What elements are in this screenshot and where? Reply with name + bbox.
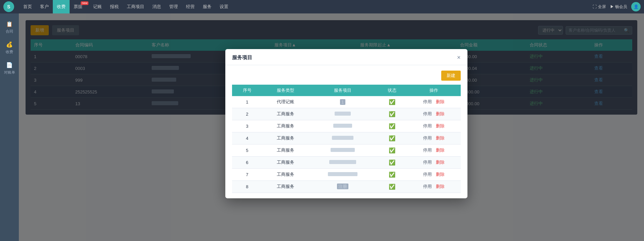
modal-close-button[interactable]: × bbox=[457, 54, 461, 61]
delete-button[interactable]: 删除 bbox=[436, 184, 445, 189]
svc-cell-type: 工商服务 bbox=[262, 180, 309, 193]
nav-tax[interactable]: 报税 bbox=[106, 0, 123, 13]
status-check-icon: ✅ bbox=[389, 171, 395, 177]
list-item: 7 工商服务 ✅ 停用 删除 bbox=[232, 168, 461, 180]
nav-settings[interactable]: 设置 bbox=[216, 0, 232, 13]
statement-icon: 📄 bbox=[6, 61, 13, 69]
service-modal: 服务项目 × 新建 序号 服务类型 服务项目 状态 操作 1 代理记账 1 ✅ … bbox=[225, 49, 467, 198]
nav-operation[interactable]: 经营 bbox=[182, 0, 199, 13]
svc-cell-no: 7 bbox=[232, 168, 263, 180]
svc-cell-item bbox=[309, 156, 377, 168]
svc-cell-action: 停用 删除 bbox=[407, 156, 461, 168]
svc-col-item: 服务项目 bbox=[309, 84, 377, 96]
list-item: 2 工商服务 ✅ 停用 删除 bbox=[232, 108, 461, 120]
list-item: 4 工商服务 ✅ 停用 删除 bbox=[232, 132, 461, 144]
svc-cell-action: 停用 删除 bbox=[407, 144, 461, 156]
list-item: 3 工商服务 ✅ 停用 删除 bbox=[232, 120, 461, 132]
svc-cell-item: 1 bbox=[309, 96, 377, 108]
svc-cell-action: 停用 删除 bbox=[407, 120, 461, 132]
svc-cell-status: ✅ bbox=[377, 96, 407, 108]
delete-button[interactable]: 删除 bbox=[436, 111, 445, 116]
right-actions: ⛶ 全屏 ▶ 畅会员 👤 bbox=[593, 2, 641, 11]
svc-cell-status: ✅ bbox=[377, 108, 407, 120]
nav-customer[interactable]: 客户 bbox=[36, 0, 53, 13]
sidebar-item-billing[interactable]: 💰 收费 bbox=[0, 37, 19, 58]
stop-button[interactable]: 停用 bbox=[423, 184, 432, 189]
app-logo: S bbox=[3, 1, 14, 12]
svc-cell-no: 8 bbox=[232, 180, 263, 193]
modal-new-button[interactable]: 新建 bbox=[441, 70, 461, 80]
svc-cell-type: 工商服务 bbox=[262, 144, 309, 156]
nav-home[interactable]: 首页 bbox=[19, 0, 36, 13]
list-item: 6 工商服务 ✅ 停用 删除 bbox=[232, 156, 461, 168]
delete-button[interactable]: 删除 bbox=[436, 135, 445, 140]
modal-header: 服务项目 × bbox=[225, 49, 467, 65]
nav-manage[interactable]: 管理 bbox=[165, 0, 182, 13]
status-check-icon: ✅ bbox=[389, 123, 395, 129]
contract-icon: 📋 bbox=[6, 20, 13, 28]
service-table: 序号 服务类型 服务项目 状态 操作 1 代理记账 1 ✅ 停用 删除 2 工商… bbox=[232, 84, 461, 193]
svc-col-type: 服务类型 bbox=[262, 84, 309, 96]
avatar[interactable]: 👤 bbox=[631, 2, 641, 11]
svc-cell-no: 5 bbox=[232, 144, 263, 156]
list-item: 5 工商服务 ✅ 停用 删除 bbox=[232, 144, 461, 156]
nav-message[interactable]: 消息 bbox=[148, 0, 165, 13]
new-badge: new bbox=[81, 1, 88, 5]
member-button[interactable]: ▶ 畅会员 bbox=[610, 4, 627, 10]
fullscreen-button[interactable]: ⛶ 全屏 bbox=[593, 4, 606, 10]
svc-col-action: 操作 bbox=[407, 84, 461, 96]
nav-invoice[interactable]: 票据 new bbox=[70, 0, 89, 13]
delete-button[interactable]: 删除 bbox=[436, 123, 445, 128]
svc-col-status: 状态 bbox=[377, 84, 407, 96]
sidebar-item-contract-label: 合同 bbox=[6, 29, 13, 34]
svc-cell-item bbox=[309, 108, 377, 120]
delete-button[interactable]: 删除 bbox=[436, 172, 445, 177]
svc-cell-no: 4 bbox=[232, 132, 263, 144]
nav-business[interactable]: 工商项目 bbox=[123, 0, 148, 13]
stop-button[interactable]: 停用 bbox=[423, 172, 432, 177]
svc-cell-status: ✅ bbox=[377, 144, 407, 156]
delete-button[interactable]: 删除 bbox=[436, 148, 445, 153]
nav-service[interactable]: 服务 bbox=[199, 0, 216, 13]
status-check-icon: ✅ bbox=[389, 111, 395, 117]
stop-button[interactable]: 停用 bbox=[423, 148, 432, 153]
sidebar-item-statement-label: 对账单 bbox=[4, 70, 15, 75]
top-navigation: S 首页 客户 收费 票据 new 记账 报税 工商项目 消息 管理 经营 服务… bbox=[0, 0, 644, 13]
svc-cell-no: 6 bbox=[232, 156, 263, 168]
svc-cell-no: 1 bbox=[232, 96, 263, 108]
sidebar-item-billing-label: 收费 bbox=[6, 49, 13, 54]
modal-toolbar: 新建 bbox=[232, 70, 461, 80]
svc-cell-action: 停用 删除 bbox=[407, 132, 461, 144]
svc-cell-item bbox=[309, 120, 377, 132]
billing-icon: 💰 bbox=[6, 41, 13, 48]
stop-button[interactable]: 停用 bbox=[423, 99, 432, 104]
status-check-icon: ✅ bbox=[389, 147, 395, 153]
stop-button[interactable]: 停用 bbox=[423, 111, 432, 116]
stop-button[interactable]: 停用 bbox=[423, 160, 432, 165]
svc-cell-action: 停用 删除 bbox=[407, 96, 461, 108]
svc-cell-status: ✅ bbox=[377, 168, 407, 180]
delete-button[interactable]: 删除 bbox=[436, 99, 445, 104]
modal-title: 服务项目 bbox=[232, 54, 252, 61]
svc-cell-item bbox=[309, 144, 377, 156]
nav-billing[interactable]: 收费 bbox=[53, 0, 70, 13]
svc-cell-type: 工商服务 bbox=[262, 132, 309, 144]
delete-button[interactable]: 删除 bbox=[436, 160, 445, 165]
sidebar-item-statement[interactable]: 📄 对账单 bbox=[0, 58, 19, 78]
sidebar-item-contract[interactable]: 📋 合同 bbox=[0, 17, 19, 37]
status-check-icon: ✅ bbox=[389, 184, 395, 189]
svc-cell-action: 停用 删除 bbox=[407, 108, 461, 120]
svc-cell-type: 工商服务 bbox=[262, 156, 309, 168]
svc-cell-status: ✅ bbox=[377, 132, 407, 144]
status-check-icon: ✅ bbox=[389, 159, 395, 165]
sidebar: 📋 合同 💰 收费 📄 对账单 bbox=[0, 13, 19, 241]
stop-button[interactable]: 停用 bbox=[423, 123, 432, 128]
nav-bookkeeping[interactable]: 记账 bbox=[89, 0, 106, 13]
svc-cell-item bbox=[309, 168, 377, 180]
svc-cell-type: 工商服务 bbox=[262, 108, 309, 120]
svc-cell-no: 2 bbox=[232, 108, 263, 120]
list-item: 1 代理记账 1 ✅ 停用 删除 bbox=[232, 96, 461, 108]
svc-cell-status: ✅ bbox=[377, 120, 407, 132]
svc-cell-type: 代理记账 bbox=[262, 96, 309, 108]
stop-button[interactable]: 停用 bbox=[423, 135, 432, 140]
